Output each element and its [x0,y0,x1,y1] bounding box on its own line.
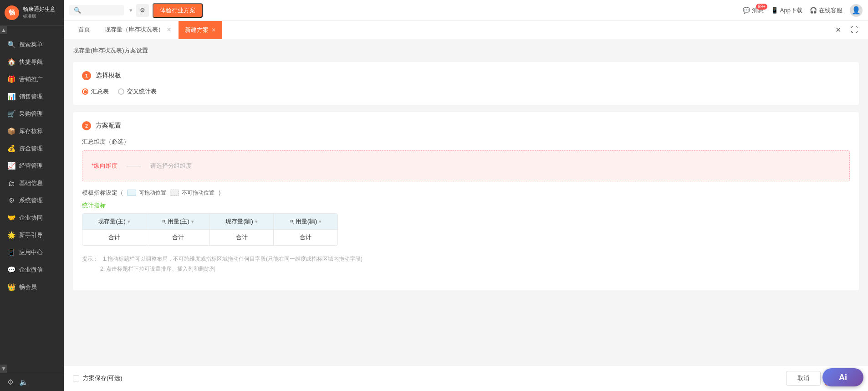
radio-cross-circle [118,88,124,95]
step1-card: 1 选择模板 汇总表 交叉统计表 [73,62,859,105]
tab-home[interactable]: 首页 [71,21,97,39]
radio-cross-label: 交叉统计表 [127,87,157,96]
sidebar-item-label: 资金管理 [19,144,43,153]
cancel-button[interactable]: 取消 [786,371,821,386]
tab-new-close[interactable]: ✕ [211,27,216,33]
dimension-divider: —— [127,162,141,170]
sidebar-item-label: 企业协同 [19,214,43,222]
dropdown-icon-0: ▾ [128,219,130,225]
sidebar-item-label: 搜索菜单 [19,41,43,49]
finance-icon: 💰 [7,144,15,153]
save-option[interactable]: 方案保存(可选) [73,374,123,382]
settings-bottom-icon[interactable]: ⚙ [7,378,14,386]
app-download-button[interactable]: 📱 App下载 [771,6,802,15]
sidebar-item-label: 经营管理 [19,162,43,170]
sidebar-item-inventory[interactable]: 📦 库存核算 [0,123,64,140]
sidebar-item-label: 企业微信 [19,266,43,274]
search-nav-icon: 🔍 [7,41,15,49]
sidebar-item-finance[interactable]: 💰 资金管理 [0,140,64,157]
topbar-dropdown[interactable]: ▾ [128,7,133,14]
sidebar-item-marketing[interactable]: 🎁 营销推广 [0,71,64,88]
speaker-icon[interactable]: 🔈 [19,378,28,386]
collab-icon: 🤝 [7,214,15,222]
radio-summary[interactable]: 汇总表 [82,87,109,96]
sales-icon: 📊 [7,93,15,101]
ai-fab-button[interactable]: Ai [822,368,863,386]
sidebar-item-newbie[interactable]: 🌟 新手引导 [0,226,64,244]
stats-header-3[interactable]: 可用量(辅) ▾ [274,214,337,229]
headset-icon: 🎧 [810,7,817,14]
sidebar-scroll-down[interactable]: ▼ [0,365,7,373]
basics-icon: 🗂 [7,179,15,187]
sidebar-item-management[interactable]: 📈 经营管理 [0,157,64,175]
sidebar-item-quicknav[interactable]: 🏠 快捷导航 [0,53,64,71]
step1-header: 1 选择模板 [82,71,850,80]
tip-item-1: 2. 点击标题栏下拉可设置排序、插入列和删除列 [82,264,850,274]
step2-header: 2 方案配置 [82,121,850,130]
sidebar-item-search[interactable]: 🔍 搜索菜单 [0,36,64,53]
stats-header-label-1: 可用量(主) [162,217,189,226]
sidebar-item-system[interactable]: ⚙ 系统管理 [0,192,64,209]
message-button[interactable]: 💬 消息 99+ [743,6,764,15]
member-icon: 👑 [7,283,15,291]
stats-header-label-3: 可用量(辅) [290,217,317,226]
sidebar-item-collab[interactable]: 🤝 企业协同 [0,209,64,226]
sidebar-item-wechat[interactable]: 💬 企业微信 [0,261,64,278]
sidebar-scroll-up[interactable]: ▲ [0,26,7,34]
bottom-bar: 方案保存(可选) 取消 查询 [64,365,868,391]
stats-title: 统计指标 [82,201,850,210]
app-download-label: App下载 [780,6,802,15]
tip-item-0: 1.拖动标题栏可以调整布局，不可跨维度或指标区域拖动任何目字段(只能在同一维度或… [103,256,363,262]
sidebar-item-sales[interactable]: 📊 销售管理 [0,88,64,105]
sidebar-item-purchase[interactable]: 🛒 采购管理 [0,105,64,123]
dropdown-icon-2: ▾ [255,219,258,225]
sidebar-item-label: 采购管理 [19,110,43,118]
stats-header-2[interactable]: 现存量(辅) ▾ [210,214,274,229]
step2-number: 2 [82,121,91,130]
stats-cell-0-0: 合计 [82,230,146,245]
ai-fab-label: Ai [839,373,847,382]
gear-icon: ⚙ [140,7,145,14]
tab-expand-btn[interactable]: ⛶ [848,24,861,36]
radio-cross[interactable]: 交叉统计表 [118,87,157,96]
app-download-icon: 📱 [771,7,778,14]
tab-inventory[interactable]: 现存量（库存状况表） ✕ [97,21,179,39]
template-radio-group: 汇总表 交叉统计表 [82,87,850,96]
topbar-gear-button[interactable]: ⚙ [136,4,149,17]
tab-new-label: 新建方案 [185,26,209,34]
topbar-search-icon: 🔍 [74,7,81,14]
stats-header-0[interactable]: 现存量(主) ▾ [82,214,146,229]
avatar-icon: 👤 [852,6,861,15]
stats-header-label-2: 现存量(辅) [225,217,253,226]
sidebar-item-label: 快捷导航 [19,58,43,66]
appstore-icon: 📱 [7,248,15,257]
user-avatar[interactable]: 👤 [850,4,863,17]
tab-inventory-close[interactable]: ✕ [167,26,171,33]
save-checkbox[interactable] [73,375,79,381]
sidebar-item-label: 营销推广 [19,75,43,83]
stats-table: 现存量(主) ▾ 可用量(主) ▾ 现存量(辅) ▾ [82,213,338,246]
online-support-button[interactable]: 🎧 在线客服 [810,6,842,15]
stats-header-row: 现存量(主) ▾ 可用量(主) ▾ 现存量(辅) ▾ [82,214,337,229]
stats-body-row-0: 合计 合计 合计 合计 [82,229,337,245]
content-area: 现存量(库存状况表)方案设置 1 选择模板 汇总表 交叉统计表 [64,39,868,365]
tab-new-scheme[interactable]: 新建方案 ✕ [179,21,222,39]
tab-close-btn[interactable]: ✕ [832,24,844,36]
stats-cell-0-1: 合计 [146,230,210,245]
sidebar-item-member[interactable]: 👑 畅会员 [0,278,64,296]
sidebar-item-label: 基础信息 [19,179,43,187]
topbar-search-box[interactable]: 🔍 [69,5,124,15]
dimension-area[interactable]: *纵向维度 —— 请选择分组维度 [82,150,850,181]
tip-title: 提示： 1.拖动标题栏可以调整布局，不可跨维度或指标区域拖动任何目字段(只能在同… [82,254,850,264]
sidebar-item-basics[interactable]: 🗂 基础信息 [0,175,64,192]
sidebar-item-appstore[interactable]: 📱 应用中心 [0,244,64,261]
stats-header-1[interactable]: 可用量(主) ▾ [146,214,210,229]
logo-icon: 畅 [5,5,19,20]
app-name: 畅康通好生意 [23,6,56,13]
tab-home-label: 首页 [78,26,90,34]
experience-button[interactable]: 体验行业方案 [153,3,203,18]
stats-cell-0-2: 合计 [210,230,274,245]
sidebar-item-label: 畅会员 [19,283,37,291]
chevron-down-icon: ▾ [129,7,133,14]
sidebar: 畅 畅康通好生意 标准版 ▲ 🔍 搜索菜单 🏠 快捷导航 🎁 营销推广 📊 销售… [0,0,64,391]
